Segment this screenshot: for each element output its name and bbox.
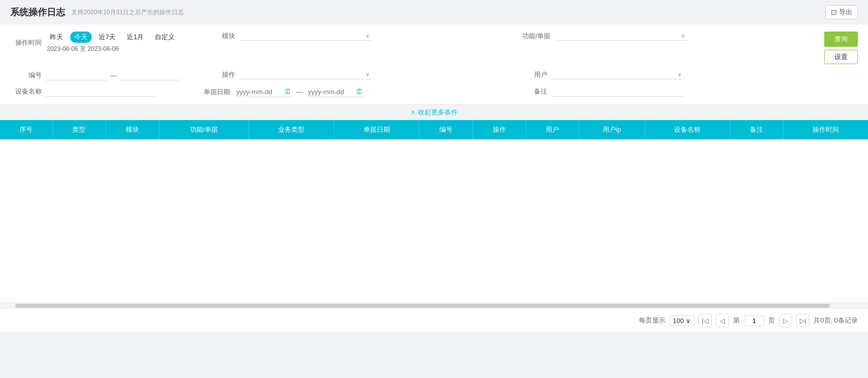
calendar-end-icon[interactable]: 🗓 xyxy=(356,88,363,96)
page-last-icon: ▷| xyxy=(800,317,806,325)
filter-row-1: 操作时间 昨天 今天 近7天 近1月 自定义 2023-06-06 至 2023… xyxy=(10,32,858,64)
time-buttons: 昨天 今天 近7天 近1月 自定义 xyxy=(46,32,179,43)
table-col-操作: 操作 xyxy=(472,120,525,139)
time-btn-1month[interactable]: 近1月 xyxy=(123,32,148,43)
func-chevron-icon: ∨ xyxy=(681,33,685,39)
data-table: 序号类型模块功能/单据业务类型单据日期编号操作用户用户ip设备名称备注操作时间 xyxy=(0,120,868,139)
empty-area xyxy=(0,139,868,302)
remark-label: 备注 xyxy=(516,87,551,96)
remark-input[interactable] xyxy=(551,86,684,97)
page-subtitle: 支持2020年10月31日之后产生的操作日志 xyxy=(71,8,184,17)
filter-row-3: 设备名称 单据日期 🗓 — 🗓 备注 xyxy=(10,86,858,104)
operation-label: 操作 xyxy=(204,70,239,79)
time-btn-7days[interactable]: 近7天 xyxy=(95,32,120,43)
table-col-类型: 类型 xyxy=(52,120,105,139)
per-page-value: 100 xyxy=(673,317,684,325)
collapse-arrow-icon: ∧ xyxy=(410,108,416,116)
per-page-arrow-icon: ∨ xyxy=(686,317,691,325)
operation-select[interactable]: ∨ xyxy=(239,70,372,79)
date-start-input[interactable] xyxy=(236,88,282,96)
table-col-编号: 编号 xyxy=(419,120,472,139)
user-select[interactable]: ∨ xyxy=(551,70,684,79)
pagination-bar: 每页显示 100 ∨ |◁ ◁ 第 页 ▷ ▷| 共0页, 0条记录 xyxy=(0,308,868,332)
table-col-业务类型: 业务类型 xyxy=(249,120,334,139)
table-col-设备名称: 设备名称 xyxy=(645,120,730,139)
user-label: 用户 xyxy=(516,70,551,79)
title-area: 系统操作日志 支持2020年10月31日之后产生的操作日志 xyxy=(10,6,184,18)
page-next-icon: ▷ xyxy=(783,317,788,325)
table-col-用户ip: 用户ip xyxy=(579,120,645,139)
filter-row-2: 编号 — 操作 ∨ 用户 ∨ xyxy=(10,70,858,80)
page-label: 第 xyxy=(733,316,740,325)
table-container: 序号类型模块功能/单据业务类型单据日期编号操作用户用户ip设备名称备注操作时间 xyxy=(0,120,868,139)
query-button[interactable]: 查询 xyxy=(824,32,858,47)
user-filter-section: 用户 ∨ xyxy=(495,70,807,79)
page-prev-button[interactable]: ◁ xyxy=(716,314,729,327)
module-chevron-icon: ∨ xyxy=(366,33,370,39)
operation-chevron-icon: ∨ xyxy=(366,71,370,78)
page-first-button[interactable]: |◁ xyxy=(698,314,712,327)
page-unit: 页 xyxy=(768,316,775,325)
func-select[interactable]: ∨ xyxy=(555,32,687,41)
time-btn-yesterday[interactable]: 昨天 xyxy=(46,32,67,43)
page-prev-icon: ◁ xyxy=(720,317,725,325)
table-col-模块: 模块 xyxy=(106,120,159,139)
table-header-row: 序号类型模块功能/单据业务类型单据日期编号操作用户用户ip设备名称备注操作时间 xyxy=(0,120,868,139)
table-col-操作时间: 操作时间 xyxy=(783,120,868,139)
export-button[interactable]: ⊡ 导出 xyxy=(825,5,858,19)
no-dash: — xyxy=(107,72,120,79)
page-first-icon: |◁ xyxy=(702,317,709,325)
func-filter-section: 功能/单据 ∨ xyxy=(499,32,815,41)
page-last-button[interactable]: ▷| xyxy=(796,314,809,327)
filter-area: 操作时间 昨天 今天 近7天 近1月 自定义 2023-06-06 至 2023… xyxy=(0,24,868,104)
time-filter-section: 操作时间 昨天 今天 近7天 近1月 自定义 2023-06-06 至 2023… xyxy=(10,32,183,53)
page-next-button[interactable]: ▷ xyxy=(779,314,792,327)
export-icon: ⊡ xyxy=(831,8,837,16)
page-title: 系统操作日志 xyxy=(10,6,65,18)
table-col-序号: 序号 xyxy=(0,120,52,139)
time-btn-custom[interactable]: 自定义 xyxy=(151,32,179,43)
time-label: 操作时间 xyxy=(10,38,46,47)
table-col-功能/单据: 功能/单据 xyxy=(159,120,248,139)
calendar-start-icon[interactable]: 🗓 xyxy=(284,88,291,96)
no-filter-section: 编号 — xyxy=(10,70,183,80)
voucher-date-label: 单据日期 xyxy=(204,88,234,97)
module-filter-section: 模块 ∨ xyxy=(183,32,499,41)
time-btn-today[interactable]: 今天 xyxy=(70,32,92,43)
user-chevron-icon: ∨ xyxy=(678,71,682,78)
operation-filter-section: 操作 ∨ xyxy=(183,70,495,79)
no-input-end[interactable] xyxy=(120,70,181,80)
device-label: 设备名称 xyxy=(10,87,46,96)
device-filter-section: 设备名称 xyxy=(10,86,183,97)
action-buttons: 查询 设置 xyxy=(814,32,858,64)
table-col-用户: 用户 xyxy=(526,120,579,139)
per-page-select[interactable]: 100 ∨ xyxy=(669,315,695,326)
total-info: 共0页, 0条记录 xyxy=(814,316,858,325)
page-header: 系统操作日志 支持2020年10月31日之后产生的操作日志 ⊡ 导出 xyxy=(0,0,868,24)
no-label: 编号 xyxy=(10,71,46,80)
module-select[interactable]: ∨ xyxy=(239,32,372,41)
scrollbar-thumb[interactable] xyxy=(15,304,830,308)
date-range-text: 2023-06-06 至 2023-06-06 xyxy=(46,45,179,53)
collapse-bar[interactable]: ∧ 收起更多条件 xyxy=(0,104,868,120)
date-end-input[interactable] xyxy=(308,88,354,96)
export-label: 导出 xyxy=(839,8,852,17)
table-col-备注: 备注 xyxy=(730,120,783,139)
remark-filter-section: 备注 xyxy=(495,86,807,97)
filter-rows: 操作时间 昨天 今天 近7天 近1月 自定义 2023-06-06 至 2023… xyxy=(10,32,858,104)
no-input-start[interactable] xyxy=(46,70,107,80)
setting-button[interactable]: 设置 xyxy=(824,50,858,64)
collapse-label: 收起更多条件 xyxy=(418,108,458,116)
page-number-input[interactable] xyxy=(744,315,764,326)
device-input[interactable] xyxy=(46,86,158,97)
func-label: 功能/单据 xyxy=(519,32,555,41)
table-col-单据日期: 单据日期 xyxy=(334,120,419,139)
scrollbar-area[interactable] xyxy=(0,302,868,308)
date-end-wrap: 🗓 xyxy=(306,86,365,97)
per-page-label: 每页显示 xyxy=(639,316,665,325)
table-header: 序号类型模块功能/单据业务类型单据日期编号操作用户用户ip设备名称备注操作时间 xyxy=(0,120,868,139)
date-start-wrap: 🗓 xyxy=(234,86,293,97)
voucher-date-filter-section: 单据日期 🗓 — 🗓 xyxy=(183,86,495,97)
date-dash: — xyxy=(293,88,306,96)
time-filter: 昨天 今天 近7天 近1月 自定义 2023-06-06 至 2023-06-0… xyxy=(46,32,179,53)
